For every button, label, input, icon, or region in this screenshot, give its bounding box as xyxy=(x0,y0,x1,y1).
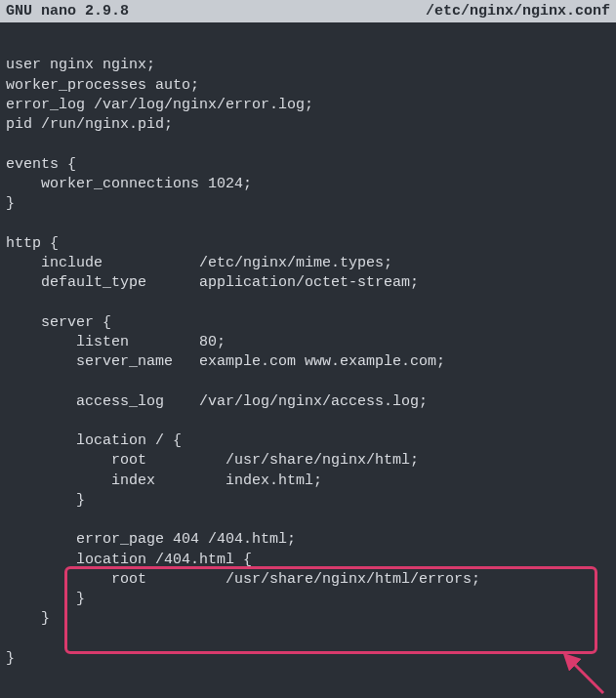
code-line: location / { xyxy=(6,432,182,449)
editor-filepath: /etc/nginx/nginx.conf xyxy=(426,3,610,20)
code-line: root /usr/share/nginx/html; xyxy=(6,452,419,469)
code-line: } xyxy=(6,195,15,212)
code-line: error_log /var/log/nginx/error.log; xyxy=(6,97,313,113)
code-line: root /usr/share/nginx/html/errors; xyxy=(6,571,480,588)
code-line: pid /run/nginx.pid; xyxy=(6,116,173,133)
editor-content[interactable]: user nginx nginx; worker_processes auto;… xyxy=(0,36,616,669)
code-line: error_page 404 /404.html; xyxy=(6,531,296,548)
code-line: } xyxy=(6,591,85,607)
editor-titlebar: GNU nano 2.9.8 /etc/nginx/nginx.conf xyxy=(0,0,616,22)
code-line: } xyxy=(6,650,15,667)
code-line: http { xyxy=(6,235,59,252)
code-line: include /etc/nginx/mime.types; xyxy=(6,255,392,271)
code-line: index index.html; xyxy=(6,472,322,489)
code-line: events { xyxy=(6,156,76,173)
code-line: access_log /var/log/nginx/access.log; xyxy=(6,393,428,410)
code-line: server_name example.com www.example.com; xyxy=(6,353,445,370)
code-line: worker_processes auto; xyxy=(6,77,199,94)
code-line: } xyxy=(6,492,85,509)
code-line: user nginx nginx; xyxy=(6,57,155,73)
code-line: default_type application/octet-stream; xyxy=(6,274,419,291)
editor-app-name: GNU nano 2.9.8 xyxy=(6,3,129,20)
code-line: worker_connections 1024; xyxy=(6,176,252,192)
code-line: server { xyxy=(6,314,111,331)
code-line: location /404.html { xyxy=(6,552,252,568)
code-line: listen 80; xyxy=(6,334,226,350)
code-line: } xyxy=(6,610,50,627)
